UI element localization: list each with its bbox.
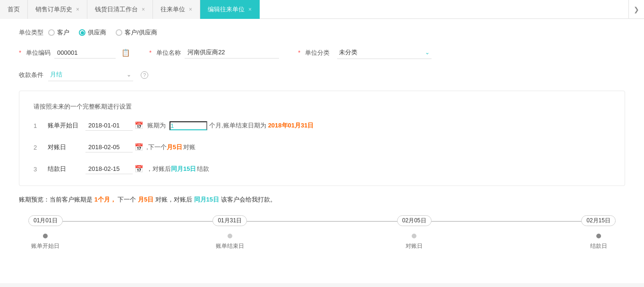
timeline-points: 01月01日 账单开始日 01月31日 账单结束日 02月05日 对账日 02月… bbox=[28, 215, 616, 250]
tl-dot-2 bbox=[412, 234, 416, 238]
tab-cashflow[interactable]: 钱货日清工作台 × bbox=[87, 0, 153, 19]
preview-period-suffix: 下一个 bbox=[118, 196, 136, 203]
payment-terms-label: 收款条件 bbox=[19, 71, 43, 79]
unit-code-label: 单位编码 bbox=[26, 49, 51, 57]
row-2-prefix: ,下一个 bbox=[146, 143, 167, 152]
tl-badge-0: 01月01日 bbox=[28, 215, 63, 226]
tab-sales-history-close[interactable]: × bbox=[76, 6, 79, 13]
row-3-suffix-end: 结款 bbox=[197, 165, 209, 173]
tab-partners-label: 往来单位 bbox=[161, 5, 185, 14]
row-2-highlight-day: 月5日 bbox=[167, 143, 182, 152]
radio-both[interactable]: 客户/供应商 bbox=[116, 28, 157, 37]
tab-arrow[interactable]: ❯ bbox=[628, 0, 644, 18]
tab-edit-partner[interactable]: 编辑往来单位 × bbox=[200, 0, 260, 19]
preview-label: 账期预览：当前客户账期是 bbox=[19, 196, 93, 203]
preview-text: 账期预览：当前客户账期是 1个月， 下一个 月5日 对账，对账后 同月15日 该… bbox=[19, 195, 625, 204]
payment-terms-arrow-icon: ⌄ bbox=[127, 71, 131, 78]
tab-sales-history-label: 销售订单历史 bbox=[35, 5, 72, 14]
period-end-date: 2018年01月31日 bbox=[268, 121, 314, 130]
radio-supplier-circle bbox=[79, 29, 85, 36]
row-3-label: 结款日 bbox=[48, 165, 85, 173]
unit-classify-value: 未分类 bbox=[339, 48, 425, 57]
unit-name-input[interactable] bbox=[185, 47, 279, 59]
tl-label-3: 结款日 bbox=[590, 242, 607, 250]
tab-partners[interactable]: 往来单位 × bbox=[153, 0, 200, 19]
tl-badge-3: 02月15日 bbox=[581, 215, 616, 226]
preview-day1: 月5日 bbox=[138, 196, 153, 203]
timeline-point-2: 02月05日 对账日 bbox=[397, 215, 432, 250]
radio-supplier[interactable]: 供应商 bbox=[79, 28, 106, 37]
unit-type-row: 单位类型 客户 供应商 客户/供应商 bbox=[19, 28, 625, 37]
tab-edit-partner-label: 编辑往来单位 bbox=[208, 5, 245, 14]
row-3-highlight-day: 同月15日 bbox=[171, 165, 196, 173]
timeline-point-1: 01月31日 账单结束日 bbox=[212, 215, 247, 250]
unit-classify-dropdown[interactable]: 未分类 ⌄ bbox=[337, 46, 432, 59]
row-1-label: 账单开始日 bbox=[48, 121, 85, 130]
settlement-input[interactable] bbox=[85, 164, 133, 174]
settlement-row: 3 结款日 📅 ，对账后 同月15日 结款 bbox=[34, 164, 610, 174]
timeline: 01月01日 账单开始日 01月31日 账单结束日 02月05日 对账日 02月… bbox=[19, 215, 625, 250]
row-1-suffix-before: 账期为 bbox=[147, 121, 166, 130]
account-start-input[interactable] bbox=[85, 120, 133, 131]
row-num-3: 3 bbox=[34, 166, 48, 173]
radio-both-circle bbox=[116, 29, 122, 36]
radio-customer-circle bbox=[48, 29, 55, 36]
main-content: 单位类型 客户 供应商 客户/供应商 * 单位编码 📋 * 单位名称 bbox=[0, 19, 644, 283]
payment-terms-dropdown[interactable]: 月结 ⌄ bbox=[48, 68, 133, 81]
unit-classify-arrow-icon: ⌄ bbox=[425, 49, 430, 56]
settlement-cal-icon[interactable]: 📅 bbox=[135, 165, 144, 173]
tab-sales-history[interactable]: 销售订单历史 × bbox=[28, 0, 87, 19]
unit-code-icon[interactable]: 📋 bbox=[121, 49, 130, 57]
tab-home-label: 首页 bbox=[8, 5, 20, 14]
unit-name-required: * bbox=[149, 49, 152, 56]
row-3-prefix: ，对账后 bbox=[146, 165, 171, 173]
tl-label-0: 账单开始日 bbox=[31, 242, 59, 250]
tab-cashflow-close[interactable]: × bbox=[142, 6, 145, 13]
unit-code-input[interactable] bbox=[54, 47, 116, 59]
row-num-1: 1 bbox=[34, 122, 48, 129]
account-start-cal-icon[interactable]: 📅 bbox=[135, 121, 144, 130]
radio-supplier-label: 供应商 bbox=[88, 28, 106, 37]
radio-both-label: 客户/供应商 bbox=[125, 28, 157, 37]
unit-info-row: * 单位编码 📋 * 单位名称 * 单位分类 未分类 ⌄ bbox=[19, 46, 625, 59]
row-2-label: 对账日 bbox=[48, 143, 85, 152]
tab-edit-partner-close[interactable]: × bbox=[248, 6, 252, 13]
reconciliation-row: 2 对账日 📅 ,下一个 月5日 对账 bbox=[34, 142, 610, 152]
row-num-2: 2 bbox=[34, 144, 48, 151]
radio-group: 客户 供应商 客户/供应商 bbox=[48, 28, 157, 37]
reconciliation-cal-icon[interactable]: 📅 bbox=[135, 143, 144, 152]
period-input[interactable] bbox=[169, 121, 207, 130]
tl-dot-1 bbox=[228, 234, 232, 238]
unit-name-label: 单位名称 bbox=[156, 49, 181, 57]
tl-label-1: 账单结束日 bbox=[216, 242, 244, 250]
radio-customer[interactable]: 客户 bbox=[48, 28, 69, 37]
row-2-suffix-end: 对账 bbox=[183, 143, 195, 152]
unit-classify-label: 单位分类 bbox=[305, 49, 330, 57]
row-1-suffix-after: 个月,账单结束日期为 bbox=[209, 121, 266, 130]
preview-day2: 同月15日 bbox=[194, 196, 219, 203]
tl-dot-0 bbox=[43, 234, 48, 238]
tl-badge-1: 01月31日 bbox=[212, 215, 247, 226]
reconciliation-input[interactable] bbox=[85, 142, 133, 152]
tl-label-2: 对账日 bbox=[406, 242, 423, 250]
help-icon[interactable]: ? bbox=[141, 71, 148, 79]
unit-code-required: * bbox=[19, 49, 21, 56]
timeline-point-0: 01月01日 账单开始日 bbox=[28, 215, 63, 250]
tl-badge-2: 02月05日 bbox=[397, 215, 432, 226]
unit-type-label: 单位类型 bbox=[19, 28, 43, 37]
tab-home[interactable]: 首页 bbox=[0, 0, 28, 19]
tl-dot-3 bbox=[596, 234, 601, 238]
tab-bar: 首页 销售订单历史 × 钱货日清工作台 × 往来单位 × 编辑往来单位 × ❯ bbox=[0, 0, 644, 19]
period-settings-box: 请按照未来的一个完整帐期进行设置 1 账单开始日 📅 账期为 个月,账单结束日期… bbox=[19, 91, 625, 186]
tab-partners-close[interactable]: × bbox=[189, 6, 192, 13]
unit-classify-required: * bbox=[298, 49, 300, 56]
section-title: 请按照未来的一个完整帐期进行设置 bbox=[34, 102, 610, 111]
preview-period: 1个月， bbox=[94, 196, 116, 203]
payment-terms-value: 月结 bbox=[50, 70, 127, 79]
tab-cashflow-label: 钱货日清工作台 bbox=[95, 5, 138, 14]
timeline-point-3: 02月15日 结款日 bbox=[581, 215, 616, 250]
preview-text3: 该客户会给我打款。 bbox=[221, 196, 276, 203]
preview-text2: 对账，对账后 bbox=[155, 196, 192, 203]
account-start-row: 1 账单开始日 📅 账期为 个月,账单结束日期为 2018年01月31日 bbox=[34, 120, 610, 131]
radio-customer-label: 客户 bbox=[57, 28, 69, 37]
